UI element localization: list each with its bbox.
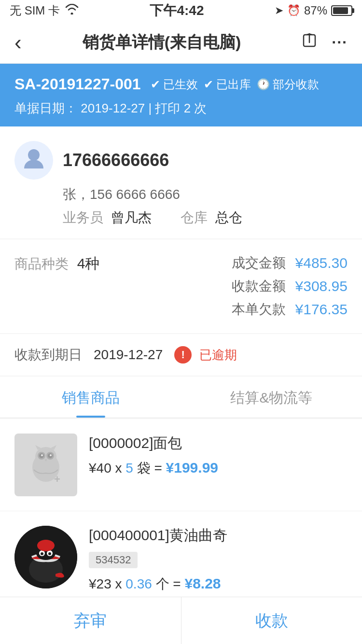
status-left: 无 SIM 卡 (10, 3, 79, 18)
order-banner: SA-20191227-001 ✔ 已生效 ✔ 已出库 🕐 部分收款 单据日期：… (0, 64, 362, 126)
customer-avatar (14, 141, 53, 180)
tab-settlement[interactable]: 结算&物流等 (181, 377, 362, 418)
list-item: + [0000002]面包 ¥40 x 5 袋 = ¥199.99 (0, 419, 362, 511)
time-text: 下午4:42 (150, 1, 204, 20)
order-id: SA-20191227-001 (14, 75, 141, 93)
svg-point-19 (37, 540, 55, 551)
order-date-line: 单据日期： 2019-12-27 | 打印 2 次 (14, 100, 348, 117)
product-name-2: [000400001]黄油曲奇 (89, 526, 348, 546)
overdue-text: 已逾期 (199, 347, 237, 364)
product-name-1: [0000002]面包 (89, 434, 348, 453)
product-info-2: [000400001]黄油曲奇 534532 ¥23 x 0.36 个 = ¥8… (89, 526, 348, 593)
gps-icon: ➤ (275, 4, 283, 17)
list-item: [000400001]黄油曲奇 534532 ¥23 x 0.36 个 = ¥8… (0, 511, 362, 608)
nav-actions: ··· (302, 33, 348, 52)
share-icon[interactable] (302, 33, 317, 52)
bottom-bar: 弃审 收款 (0, 597, 362, 644)
more-button[interactable]: ··· (332, 33, 348, 51)
battery-icon (331, 5, 352, 16)
customer-name: 17666666666 (63, 150, 169, 170)
product-batch-2: 534532 (89, 552, 138, 568)
product-info-1: [0000002]面包 ¥40 x 5 袋 = ¥199.99 (89, 434, 348, 477)
warehouse-meta: 仓库 总仓 (181, 209, 242, 227)
collect-amount-line: 收款金额 ¥308.95 (232, 277, 348, 295)
page-title: 销货单详情(来自电脑) (83, 31, 241, 54)
status-tags: ✔ 已生效 ✔ 已出库 🕐 部分收款 (151, 77, 319, 92)
summary-left: 商品种类 4种 (14, 254, 99, 274)
owl-icon: + (24, 443, 68, 487)
tabs-bar: 销售商品 结算&物流等 (0, 377, 362, 418)
due-section: 收款到期日 2019-12-27 ! 已逾期 (0, 334, 362, 376)
clock-icon: 🕐 (257, 78, 270, 91)
summary-right: 成交金额 ¥485.30 收款金额 ¥308.95 本单欠款 ¥176.35 (232, 254, 348, 319)
svg-point-17 (41, 552, 43, 555)
customer-sub: 张，156 6666 6666 (14, 185, 348, 204)
wifi-icon (65, 4, 79, 17)
tabs-section: 销售商品 结算&物流等 (0, 377, 362, 418)
product-price-2: ¥23 x 0.36 个 = ¥8.28 (89, 575, 348, 593)
alarm-icon: ⏰ (287, 4, 300, 17)
svg-point-10 (50, 454, 52, 456)
status-right: ➤ ⏰ 87% (275, 4, 352, 17)
product-thumb-1: + (14, 434, 77, 496)
summary-section: 商品种类 4种 成交金额 ¥485.30 收款金额 ¥308.95 本单欠款 ¥… (0, 239, 362, 333)
check-icon-1: ✔ (151, 78, 160, 91)
ninja-icon (17, 528, 75, 586)
status-effective: ✔ 已生效 (151, 77, 198, 92)
status-bar: 无 SIM 卡 下午4:42 ➤ ⏰ 87% (0, 0, 362, 21)
debt-amount-line: 本单欠款 ¥176.35 (232, 300, 348, 319)
staff-meta: 业务员 曾凡杰 (63, 209, 152, 227)
svg-point-2 (28, 149, 40, 161)
tab-sales-goods[interactable]: 销售商品 (0, 377, 181, 418)
back-button[interactable]: ‹ (14, 30, 22, 55)
carrier-text: 无 SIM 卡 (10, 3, 60, 18)
overdue-icon: ! (174, 346, 192, 364)
product-price-1: ¥40 x 5 袋 = ¥199.99 (89, 459, 348, 477)
svg-point-9 (41, 454, 43, 456)
customer-meta: 业务员 曾凡杰 仓库 总仓 (14, 209, 348, 227)
deal-amount-line: 成交金额 ¥485.30 (232, 254, 348, 272)
nav-bar: ‹ 销货单详情(来自电脑) ··· (0, 21, 362, 64)
svg-point-18 (48, 552, 51, 555)
collect-button[interactable]: 收款 (181, 597, 362, 644)
product-thumb-2 (14, 526, 77, 588)
check-icon-2: ✔ (204, 78, 213, 91)
battery-text: 87% (304, 4, 327, 17)
customer-section: 17666666666 张，156 6666 6666 业务员 曾凡杰 仓库 总… (0, 126, 362, 238)
avatar-icon (21, 145, 46, 175)
status-partial: 🕐 部分收款 (257, 77, 319, 92)
status-shipped: ✔ 已出库 (204, 77, 251, 92)
discard-button[interactable]: 弃审 (0, 597, 181, 644)
customer-row: 17666666666 (14, 141, 348, 180)
svg-text:+: + (54, 473, 60, 485)
